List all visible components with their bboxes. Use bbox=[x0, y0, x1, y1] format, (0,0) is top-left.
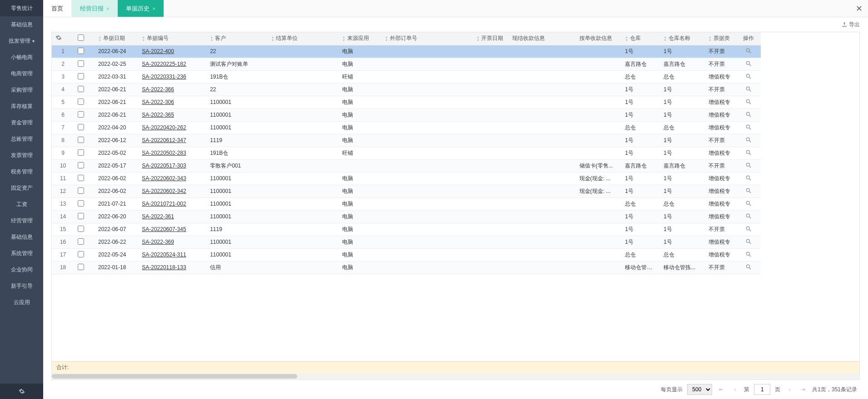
cell-operate[interactable] bbox=[736, 223, 761, 236]
sidebar-item-4[interactable]: 电商管理 bbox=[0, 65, 43, 82]
col-settle[interactable]: 结算单位 bbox=[267, 32, 339, 45]
page-input[interactable] bbox=[754, 384, 770, 395]
tab-1[interactable]: 经营日报× bbox=[72, 0, 118, 17]
sidebar-item-15[interactable]: 系统管理 bbox=[0, 245, 43, 261]
sidebar-item-7[interactable]: 资金管理 bbox=[0, 114, 43, 131]
row-checkbox[interactable] bbox=[78, 124, 84, 130]
row-check-cell[interactable] bbox=[74, 159, 95, 172]
table-row[interactable]: 162022-06-22SA-2022-3691100001电脑1号1号增值税专 bbox=[52, 236, 761, 248]
row-check-cell[interactable] bbox=[74, 108, 95, 121]
sidebar-item-9[interactable]: 发票管理 bbox=[0, 147, 43, 163]
row-check-cell[interactable] bbox=[74, 96, 95, 108]
col-extorder[interactable]: 外部订单号 bbox=[381, 32, 473, 45]
row-checkbox[interactable] bbox=[78, 86, 84, 92]
row-check-cell[interactable] bbox=[74, 248, 95, 261]
cell-operate[interactable] bbox=[736, 108, 761, 121]
sidebar-item-10[interactable]: 税务管理 bbox=[0, 163, 43, 180]
cell-operate[interactable] bbox=[736, 248, 761, 261]
row-checkbox[interactable] bbox=[78, 137, 84, 143]
col-cashinfo[interactable]: 现结收款信息 bbox=[509, 32, 576, 45]
export-button[interactable]: 导出 bbox=[842, 21, 860, 29]
row-check-cell[interactable] bbox=[74, 45, 95, 58]
cell-operate[interactable] bbox=[736, 197, 761, 210]
doc-link[interactable]: SA-20220225-182 bbox=[142, 61, 186, 67]
sidebar-item-17[interactable]: 新手引导 bbox=[0, 278, 43, 294]
row-checkbox[interactable] bbox=[78, 175, 84, 181]
col-receiptinfo[interactable]: 按单收款信息 bbox=[576, 32, 622, 45]
cell-operate[interactable] bbox=[736, 96, 761, 108]
sidebar-item-6[interactable]: 库存核算 bbox=[0, 98, 43, 114]
sidebar-item-12[interactable]: 工资 bbox=[0, 196, 43, 212]
row-check-cell[interactable] bbox=[74, 134, 95, 147]
sidebar-item-11[interactable]: 固定资产 bbox=[0, 180, 43, 196]
table-row[interactable]: 172022-05-24SA-20220524-3111100001电脑总仓总仓… bbox=[52, 248, 761, 261]
row-checkbox[interactable] bbox=[78, 264, 84, 270]
cell-operate[interactable] bbox=[736, 210, 761, 223]
row-check-cell[interactable] bbox=[74, 83, 95, 96]
row-checkbox[interactable] bbox=[78, 238, 84, 245]
col-date[interactable]: 单据日期 bbox=[95, 32, 138, 45]
row-checkbox[interactable] bbox=[78, 48, 84, 54]
sidebar-item-2[interactable]: 批发管理 bbox=[0, 33, 43, 49]
row-checkbox[interactable] bbox=[78, 99, 84, 105]
row-checkbox[interactable] bbox=[78, 149, 84, 156]
doc-link[interactable]: SA-2022-369 bbox=[142, 239, 174, 245]
col-invdate[interactable]: 开票日期 bbox=[473, 32, 509, 45]
sidebar-item-5[interactable]: 采购管理 bbox=[0, 82, 43, 98]
tab-close-icon[interactable]: × bbox=[152, 6, 155, 11]
close-all-tabs-button[interactable]: ✕ bbox=[850, 0, 868, 17]
col-doc[interactable]: 单据编号 bbox=[138, 32, 206, 45]
row-check-cell[interactable] bbox=[74, 261, 95, 274]
col-ticket[interactable]: 票据类 bbox=[705, 32, 736, 45]
cell-operate[interactable] bbox=[736, 147, 761, 159]
row-checkbox[interactable] bbox=[78, 226, 84, 232]
table-row[interactable]: 82022-06-12SA-20220612-3471119电脑1号1号不开票 bbox=[52, 134, 761, 147]
row-check-cell[interactable] bbox=[74, 70, 95, 83]
row-checkbox[interactable] bbox=[78, 162, 84, 168]
doc-link[interactable]: SA-2022-365 bbox=[142, 112, 174, 118]
row-check-cell[interactable] bbox=[74, 236, 95, 248]
doc-link[interactable]: SA-20220502-283 bbox=[142, 150, 186, 156]
table-row[interactable]: 12022-06-24SA-2022-40022电脑1号1号不开票 bbox=[52, 45, 761, 58]
tab-2[interactable]: 单据历史× bbox=[118, 0, 164, 17]
doc-link[interactable]: SA-2022-306 bbox=[142, 99, 174, 105]
tab-close-icon[interactable]: × bbox=[106, 6, 109, 11]
col-customer[interactable]: 客户 bbox=[206, 32, 267, 45]
cell-operate[interactable] bbox=[736, 134, 761, 147]
cell-operate[interactable] bbox=[736, 70, 761, 83]
table-row[interactable]: 102022-05-17SA-20220517-303零散客户001储值卡(零售… bbox=[52, 159, 761, 172]
sidebar-item-8[interactable]: 总账管理 bbox=[0, 131, 43, 147]
table-row[interactable]: 72022-04-20SA-20220420-2621100001电脑总仓总仓增… bbox=[52, 121, 761, 134]
row-checkbox[interactable] bbox=[78, 200, 84, 207]
per-page-select[interactable]: 500 bbox=[687, 384, 712, 395]
cell-operate[interactable] bbox=[736, 185, 761, 197]
row-check-cell[interactable] bbox=[74, 172, 95, 185]
doc-link[interactable]: SA-20220420-262 bbox=[142, 124, 186, 131]
table-row[interactable]: 62022-06-21SA-2022-3651100001电脑1号1号增值税专 bbox=[52, 108, 761, 121]
sidebar-item-16[interactable]: 企业协同 bbox=[0, 261, 43, 278]
tab-0[interactable]: 首页 bbox=[43, 0, 72, 17]
doc-link[interactable]: SA-2022-361 bbox=[142, 213, 174, 220]
cell-operate[interactable] bbox=[736, 58, 761, 70]
doc-link[interactable]: SA-2022-366 bbox=[142, 86, 174, 93]
scrollbar-thumb[interactable] bbox=[52, 374, 297, 379]
sidebar-item-13[interactable]: 经营管理 bbox=[0, 212, 43, 229]
doc-link[interactable]: SA-20210721-002 bbox=[142, 201, 186, 207]
sidebar-settings-button[interactable] bbox=[0, 384, 43, 399]
table-row[interactable]: 22022-02-25SA-20220225-182测试客户对账单电脑嘉言路仓嘉… bbox=[52, 58, 761, 70]
doc-link[interactable]: SA-20220524-311 bbox=[142, 251, 186, 258]
cell-operate[interactable] bbox=[736, 236, 761, 248]
prev-page-button[interactable]: ‹ bbox=[730, 385, 739, 394]
select-all-checkbox[interactable] bbox=[78, 34, 84, 41]
row-check-cell[interactable] bbox=[74, 210, 95, 223]
table-row[interactable]: 52022-06-21SA-2022-3061100001电脑1号1号增值税专 bbox=[52, 96, 761, 108]
doc-link[interactable]: SA-20220607-345 bbox=[142, 226, 186, 232]
first-page-button[interactable]: ⇤ bbox=[717, 385, 726, 394]
table-row[interactable]: 122022-06-02SA-20220602-3421100001电脑现金(现… bbox=[52, 185, 761, 197]
row-checkbox[interactable] bbox=[78, 213, 84, 219]
doc-link[interactable]: SA-20220602-342 bbox=[142, 188, 186, 194]
table-row[interactable]: 142022-06-20SA-2022-3611100001电脑1号1号增值税专 bbox=[52, 210, 761, 223]
col-whname[interactable]: 仓库名称 bbox=[660, 32, 704, 45]
table-row[interactable]: 42022-06-21SA-2022-36622电脑1号1号不开票 bbox=[52, 83, 761, 96]
row-checkbox[interactable] bbox=[78, 111, 84, 118]
